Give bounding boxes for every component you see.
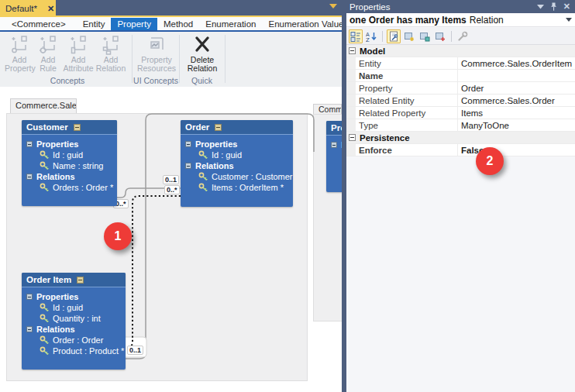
ribbon-tab-method[interactable]: Method bbox=[157, 18, 199, 30]
key-icon bbox=[40, 335, 50, 346]
properties-toolbar: AZ bbox=[346, 28, 575, 45]
entity-member[interactable]: Items : OrderItem * bbox=[181, 182, 293, 193]
collapse-entity-icon[interactable] bbox=[215, 124, 222, 131]
advanced-properties-button[interactable] bbox=[456, 29, 470, 43]
ribbon-context-menu[interactable]: <Commerce> bbox=[5, 18, 72, 30]
diagram-canvas[interactable]: Comme Commerce.Sales 0..1 0..* 0..* 0..1… bbox=[0, 87, 342, 392]
collapse-section-icon[interactable] bbox=[26, 141, 33, 147]
entity-section-relations[interactable]: Relations bbox=[22, 324, 126, 335]
multiplicity-label: 0..* bbox=[164, 185, 180, 194]
entity-customer[interactable]: Customer Properties Id : guid Name : str… bbox=[22, 120, 117, 206]
property-pages-button[interactable] bbox=[387, 29, 401, 43]
modeler-tool-button-2[interactable] bbox=[418, 29, 432, 43]
entity-section-relations[interactable]: Relations bbox=[181, 160, 293, 171]
wrench-icon bbox=[457, 31, 468, 42]
collapse-category-icon[interactable] bbox=[349, 47, 356, 54]
property-value[interactable]: Items bbox=[457, 107, 575, 119]
ribbon-tab-enumeration[interactable]: Enumeration bbox=[199, 18, 262, 30]
entity-order-item[interactable]: Order Item Properties Id : guid Quantity… bbox=[22, 273, 126, 370]
object-selector-combobox[interactable]: one Order has many Items Relation bbox=[346, 13, 575, 27]
property-value[interactable]: False bbox=[457, 144, 575, 156]
entity-member[interactable]: Product : Product * bbox=[22, 346, 126, 356]
entity-member[interactable]: Order : Order bbox=[22, 335, 126, 346]
entity-member[interactable]: Quantity : int bbox=[22, 313, 126, 324]
collapse-section-icon[interactable] bbox=[185, 163, 191, 169]
entity-section-properties[interactable]: Properties bbox=[22, 139, 117, 150]
toolbar-separator bbox=[382, 31, 383, 42]
property-row-enforce[interactable]: Enforce False bbox=[346, 144, 575, 156]
property-row-name[interactable]: Name bbox=[346, 70, 575, 82]
property-value[interactable] bbox=[457, 70, 575, 81]
properties-title-bar[interactable]: Properties ✕ bbox=[346, 0, 575, 13]
entity-section-relations[interactable]: Relations bbox=[22, 171, 117, 182]
property-value[interactable]: Commerce.Sales.Order bbox=[457, 95, 575, 106]
window-position-dropdown-icon[interactable] bbox=[537, 5, 544, 9]
entity-member[interactable]: Customer : Customer bbox=[181, 171, 293, 182]
key-icon bbox=[40, 314, 50, 324]
selected-object-name: one Order has many Items bbox=[349, 15, 467, 26]
entity-title-bar: Order bbox=[181, 120, 293, 135]
entity-section-properties[interactable]: P bbox=[326, 139, 342, 150]
document-tab-title: Default* bbox=[5, 4, 37, 13]
add-attribute-icon bbox=[69, 35, 88, 55]
entity-title-bar: Customer bbox=[22, 120, 117, 135]
relation-connector-order-items-selected[interactable] bbox=[126, 196, 181, 348]
modeler-tool-button-3[interactable] bbox=[433, 29, 447, 43]
selected-object-type: Relation bbox=[470, 15, 504, 26]
close-panel-icon[interactable]: ✕ bbox=[563, 2, 570, 12]
modeler-tool-button-1[interactable] bbox=[402, 29, 416, 43]
document-list-dropdown-icon[interactable] bbox=[329, 4, 337, 9]
collapse-section-icon[interactable] bbox=[331, 142, 337, 148]
entity-product-clipped[interactable]: Pro P bbox=[326, 121, 342, 192]
property-grid: Model Entity Commerce.Sales.OrderItem Na… bbox=[346, 45, 575, 156]
entity-title: Customer bbox=[26, 122, 68, 132]
ribbon: Add Property Add Rule Add Attribute bbox=[0, 32, 342, 88]
collapse-section-icon[interactable] bbox=[26, 294, 33, 300]
ribbon-group-concepts: Concepts bbox=[3, 76, 132, 85]
entity-member[interactable]: Orders : Order * bbox=[22, 182, 117, 193]
property-row-related-entity[interactable]: Related Entity Commerce.Sales.Order bbox=[346, 95, 575, 107]
property-row-type[interactable]: Type ManyToOne bbox=[346, 119, 575, 132]
key-icon bbox=[40, 303, 50, 313]
toolbox-remove-icon bbox=[435, 31, 446, 42]
close-tab-icon[interactable]: ✕ bbox=[47, 4, 54, 14]
combobox-dropdown-icon[interactable] bbox=[566, 18, 572, 22]
svg-text:Z: Z bbox=[366, 37, 370, 42]
property-row-related-property[interactable]: Related Property Items bbox=[346, 107, 575, 119]
entity-title: Order bbox=[185, 122, 209, 132]
entity-member[interactable]: Id : guid bbox=[22, 302, 126, 313]
toolbar-separator bbox=[451, 31, 452, 42]
categorized-icon bbox=[350, 31, 361, 42]
collapse-section-icon[interactable] bbox=[26, 326, 33, 332]
entity-title: Pro bbox=[331, 123, 342, 132]
collapse-entity-icon[interactable] bbox=[74, 124, 81, 131]
entity-member[interactable]: Id : guid bbox=[22, 150, 117, 160]
entity-member[interactable]: Name : string bbox=[22, 160, 117, 171]
entity-order[interactable]: Order Properties Id : guid Relations bbox=[181, 120, 293, 207]
entity-section-properties[interactable]: Properties bbox=[22, 291, 126, 302]
entity-section-properties[interactable]: Properties bbox=[181, 139, 293, 150]
ribbon-group-separator bbox=[225, 35, 226, 83]
collapse-category-icon[interactable] bbox=[349, 134, 356, 141]
ribbon-tab-property[interactable]: Property bbox=[111, 18, 157, 30]
collapse-section-icon[interactable] bbox=[26, 174, 33, 180]
delete-x-icon bbox=[193, 35, 212, 55]
category-row-persistence[interactable]: Persistence bbox=[346, 132, 575, 144]
document-tab-default[interactable]: Default* ✕ bbox=[0, 0, 56, 17]
collapse-entity-icon[interactable] bbox=[77, 277, 84, 284]
callout-1-badge: 1 bbox=[104, 222, 132, 250]
ribbon-tab-entity[interactable]: Entity bbox=[77, 18, 112, 30]
ribbon-tab-enumeration-value[interactable]: Enumeration Value bbox=[262, 18, 349, 30]
pin-window-icon[interactable] bbox=[550, 2, 557, 12]
entity-member[interactable]: Id : guid bbox=[181, 150, 293, 160]
property-value[interactable]: ManyToOne bbox=[457, 119, 575, 131]
properties-title: Properties bbox=[349, 2, 390, 12]
categorized-view-button[interactable] bbox=[349, 29, 363, 43]
alphabetical-sort-button[interactable]: AZ bbox=[364, 29, 378, 43]
property-value[interactable]: Commerce.Sales.OrderItem bbox=[457, 57, 575, 69]
property-row-entity[interactable]: Entity Commerce.Sales.OrderItem bbox=[346, 57, 575, 70]
collapse-section-icon[interactable] bbox=[185, 141, 191, 147]
property-row-property[interactable]: Property Order bbox=[346, 82, 575, 95]
property-value[interactable]: Order bbox=[457, 82, 575, 94]
category-row-model[interactable]: Model bbox=[346, 45, 575, 57]
